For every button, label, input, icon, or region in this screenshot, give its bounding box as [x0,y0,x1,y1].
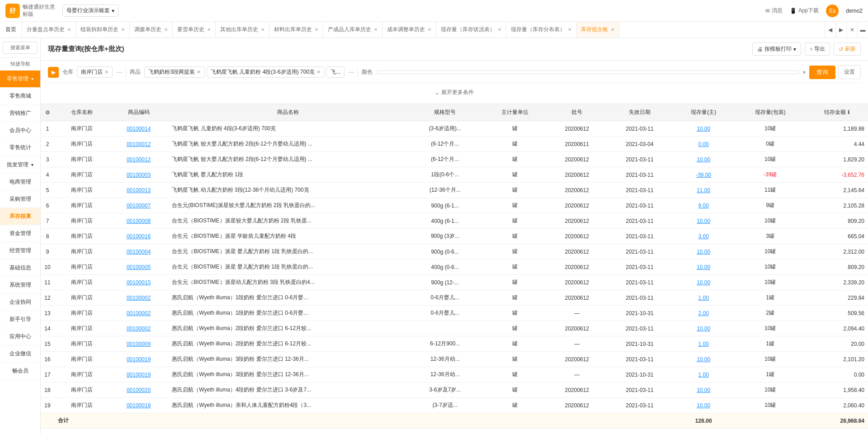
row-stock-main[interactable]: 10.00 [673,259,734,275]
sidebar-item-marketing[interactable]: 营销推广 [0,105,40,122]
sidebar-item-business[interactable]: 经营管理 [0,242,40,259]
tab-stock-dist[interactable]: 现存量（库存分布表） ✕ [506,22,576,38]
row-stock-main[interactable]: 10.00 [673,152,734,167]
user-name[interactable]: demo2 [846,8,863,14]
table-row: 14南岸门店00100002惠氏启航（Wyeth illuma）2段奶粉 爱尔兰… [41,321,868,336]
setting-btn[interactable]: 设置 [838,65,861,79]
tab-cost-adj[interactable]: 成本调整单历史 ✕ [382,22,436,38]
warehouse-tag-close-icon[interactable]: ✕ [104,69,108,75]
sidebar-item-vip[interactable]: 畅会员 [0,363,40,380]
sidebar-item-retail-stats[interactable]: 零售统计 [0,139,40,156]
warehouse-filter-tag[interactable]: 南岸门店 ✕ [77,66,113,78]
tab-material-out[interactable]: 材料出库单历史 ✕ [269,22,323,38]
refresh-btn[interactable]: ↺ 刷新 [834,42,861,56]
col-stock-pkg: 现存量(包装) [734,104,806,121]
row-stock-main[interactable]: 10.00 [673,398,734,413]
filter-expand-btn[interactable]: ▶ [48,67,59,78]
tab-prev-btn[interactable]: ◀ [825,22,835,38]
row-stock-main[interactable]: 1.00 [673,336,734,352]
data-table: ⚙ 仓库名称 商品编码 商品名称 规格型号 主计量单位 批号 失效日期 现存量(… [41,104,868,429]
row-stock-main[interactable]: 1.00 [673,290,734,306]
search-btn[interactable]: 查询 [809,66,835,79]
tab-close-icon[interactable]: ✕ [428,27,431,32]
tab-close-current-btn[interactable]: ✕ [846,22,857,38]
row-warehouse: 南岸门店 [54,259,109,275]
tab-close-icon[interactable]: ✕ [498,27,501,32]
tab-stock-status[interactable]: 现存量（库存状况表） ✕ [436,22,506,38]
gear-icon[interactable]: ⚙ [45,109,50,116]
row-stock-main[interactable]: 11.00 [673,183,734,198]
sidebar-item-finance[interactable]: 资金管理 [0,225,40,242]
tab-close-icon[interactable]: ✕ [164,27,168,32]
message-btn[interactable]: ✉ 消息 [765,7,783,14]
tab-menu-btn[interactable]: ▬ [857,22,868,38]
expand-more-btn[interactable]: ⌄ 展开更多条件 [435,86,474,99]
tab-close-icon[interactable]: ✕ [374,27,377,32]
row-stock-main[interactable]: 10.00 [673,352,734,367]
sidebar-item-purchase[interactable]: 采购管理 [0,191,40,208]
col-settings[interactable]: ⚙ [41,104,54,121]
sidebar-item-enterprise-wechat[interactable]: 企业微信 [0,345,40,363]
row-stock-main[interactable]: 10.00 [673,121,734,137]
tab-next-btn[interactable]: ▶ [835,22,846,38]
tab-close-icon[interactable]: ✕ [207,27,211,32]
product-tag-close-icon[interactable]: ✕ [316,69,321,75]
sidebar-quick-nav[interactable]: 快捷导航 [0,58,40,71]
tab-close-icon[interactable]: ✕ [67,27,71,32]
product-tag-close-icon[interactable]: ✕ [197,69,201,75]
sidebar-item-retail-store[interactable]: 零售商城 [0,88,40,105]
sidebar-item-wholesale[interactable]: 批发管理 ▾ [0,156,40,174]
sidebar-item-inventory[interactable]: 库存核算 [0,208,40,225]
row-stock-main[interactable]: -39.00 [673,167,734,183]
color-input[interactable] [376,71,799,74]
search-menu-btn[interactable]: 搜索菜单 [3,42,38,54]
row-stock-main[interactable]: 10.00 [673,275,734,290]
tab-close-icon[interactable]: ✕ [121,27,125,32]
tab-close-icon[interactable]: ✕ [611,27,614,32]
row-spec: 0-6月婴儿... [408,306,482,321]
sidebar-item-enterprise[interactable]: 企业协同 [0,294,40,311]
row-stock-main[interactable]: 2.00 [673,306,734,321]
tab-yao-huo[interactable]: 要货单历史 ✕ [173,22,216,38]
tab-diao-bo[interactable]: 调拨单历史 ✕ [130,22,173,38]
row-code: 00100018 [109,398,168,413]
tab-close-icon[interactable]: ✕ [568,27,571,32]
warehouse-more-icon[interactable]: ··· [116,68,122,76]
tab-home[interactable]: 首页 [0,22,22,38]
row-stock-main[interactable]: 0.00 [673,137,734,152]
export-btn[interactable]: ↑ 导出 [805,42,830,56]
account-selector[interactable]: 母婴行业演示账套 ▾ [62,5,118,17]
tab-close-icon[interactable]: ✕ [315,27,318,32]
row-batch: — [547,306,607,321]
row-stock-main[interactable]: 3.00 [673,229,734,244]
sidebar-item-app-center[interactable]: 应用中心 [0,328,40,345]
sidebar-item-guide[interactable]: 新手引导 [0,311,40,328]
tab-other-out[interactable]: 其他出库单历史 ✕ [216,22,269,38]
sidebar-item-system[interactable]: 系统管理 [0,277,40,294]
sidebar-item-retail-mgmt[interactable]: 零售管理 ▾ [0,71,40,88]
product-tag-1[interactable]: 飞鹤星飞帆 儿童奶粉 4段(3-6岁适用) 700克 ✕ [207,66,325,78]
sidebar-item-member[interactable]: 会员中心 [0,122,40,139]
sidebar-item-basic[interactable]: 基础信息 [0,259,40,277]
product-tag-0[interactable]: 飞鹤奶粉3段两提装 ✕ [144,66,205,78]
tab-product-in[interactable]: 产成品入库单历史 ✕ [323,22,382,38]
sidebar-item-ecommerce[interactable]: 电商管理 [0,174,40,191]
row-stock-main[interactable]: 10.00 [673,321,734,336]
row-stock-main[interactable]: 1.00 [673,367,734,382]
row-stock-main[interactable]: 10.00 [673,213,734,229]
product-more-icon[interactable]: ··· [348,68,354,76]
summary-stock-pkg [734,413,806,429]
print-btn[interactable]: 🖨 按模板打印 ▾ [752,42,801,56]
row-stock-main[interactable]: 9.00 [673,198,734,213]
row-warehouse: 南岸门店 [54,183,109,198]
row-stock-main[interactable]: 10.00 [673,244,734,259]
row-stock-main[interactable]: 10.00 [673,382,734,398]
row-expire: 2021-03-11 [607,167,673,183]
tabs-bar: 首页 分量盘点单历史 ✕ 组装拆卸单历史 ✕ 调拨单历史 ✕ 要货单历史 ✕ 其… [0,22,868,38]
tab-zu-chai[interactable]: 组装拆卸单历史 ✕ [76,22,130,38]
tab-stock-batch[interactable]: 库存批次账 ✕ [576,22,619,38]
tab-close-icon[interactable]: ✕ [261,27,264,32]
tab-fen-pan[interactable]: 分量盘点单历史 ✕ [22,22,76,38]
app-download-btn[interactable]: 📱 App下载 [790,7,819,14]
product-tag-more[interactable]: 飞... [326,66,344,78]
